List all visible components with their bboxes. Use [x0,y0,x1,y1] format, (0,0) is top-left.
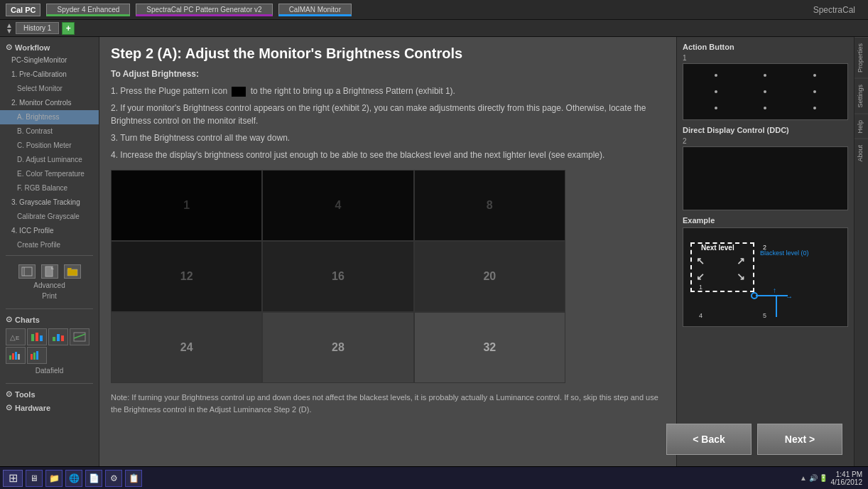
svg-rect-20 [36,351,38,360]
properties-tab[interactable]: Properties [855,37,868,78]
start-button[interactable]: ⊞ [3,470,23,487]
tools-section[interactable]: ⊙ Tools [0,387,99,400]
print-label[interactable]: Print [0,292,99,306]
about-tab[interactable]: About [855,139,868,168]
hardware-section[interactable]: ⊙ Hardware [0,400,99,414]
dot-cell [741,67,790,83]
dot [764,107,766,109]
instruction-1: 1. Press the Pluge pattern icon to the r… [111,85,665,97]
dot-cell [790,67,839,83]
svg-text:△: △ [10,333,16,341]
calman-monitor-btn[interactable]: CalMAN Monitor [278,4,352,16]
app-logo: Cal PC [6,4,40,16]
chart-icon-6[interactable] [27,347,47,364]
brightness-grid: 1 4 8 12 16 20 24 28 32 [111,170,565,383]
sidebar-item-contrast[interactable]: B. Contrast [0,124,99,139]
chart-icon-1[interactable]: △E [6,328,26,345]
sidebar-divider-3 [6,383,93,384]
instruction-4: 4. Increase the display's brightness con… [111,149,665,161]
back-button[interactable]: < Back [666,424,752,455]
sidebar-item-select-monitor[interactable]: Select Monitor [0,82,99,96]
add-tab-btn[interactable]: + [62,22,75,35]
svg-rect-19 [33,353,36,360]
workflow-section: ⊙ Workflow [0,40,99,53]
svg-rect-9 [53,337,55,341]
grid-cell-16: 16 [262,241,413,312]
systray-icons: ▲ 🔊 🔋 [800,474,828,482]
right-panel: Action Button 1 Direct Display Control (… [676,37,854,466]
taskbar: ⊞ 🖥 📁 🌐 📄 ⚙ 📋 ▲ 🔊 🔋 1:41 PM 4/16/2012 [0,466,868,489]
charts-icon-grid: △E [0,326,99,367]
spyder-device-btn[interactable]: Spyder 4 Enhanced [46,4,130,16]
sidebar-item-grayscale-tracking[interactable]: 3. Grayscale Tracking [0,195,99,210]
next-level-label: Next level [701,244,734,252]
sidebar-divider-1 [6,255,93,256]
right-edge-tabs: Properties Settings Help About [854,37,868,466]
sidebar-item-brightness[interactable]: A. Brightness [0,110,99,124]
taskbar-clock: 1:41 PM 4/16/2012 [831,471,866,486]
sidebar-item-calibrate-grayscale[interactable]: Calibrate Grayscale [0,210,99,224]
datafield-label[interactable]: Datafield [0,367,99,380]
systray: ▲ 🔊 🔋 [800,474,828,482]
grid-cell-12: 12 [111,241,262,312]
dot [715,90,717,93]
svg-rect-14 [9,355,11,360]
pattern-generator-btn[interactable]: SpectraCal PC Pattern Generator v2 [136,4,272,16]
sidebar-item-position-meter[interactable]: C. Position Meter [0,139,99,153]
dot [813,90,816,93]
svg-rect-16 [15,352,17,360]
dot-cell [692,100,741,117]
grid-cell-28: 28 [262,312,413,383]
chart-icon-4[interactable] [70,328,89,345]
sidebar-item-create-profile[interactable]: Create Profile [0,238,99,252]
advanced-icon[interactable] [18,264,36,279]
nav-buttons: < Back Next > [683,418,848,461]
taskbar-btn-1[interactable]: 🖥 [26,470,43,487]
sidebar-item-precal[interactable]: 1. Pre-Calibration [0,68,99,82]
sidebar-item-monitor-controls[interactable]: 2. Monitor Controls [0,96,99,110]
history-tab[interactable]: History 1 [16,22,59,34]
sidebar-item-icc-profile[interactable]: 4. ICC Profile [0,224,99,238]
arrow-up-icon: ↑ [773,286,776,294]
svg-text:E: E [16,335,19,341]
example-inner: ↖ ↙ ↗ ↘ Next level 1 2 Blackest level (0… [683,228,847,326]
chart-icon-5[interactable] [6,347,26,364]
next-button[interactable]: Next > [757,424,842,455]
example-box: ↖ ↙ ↗ ↘ Next level 1 2 Blackest level (0… [683,227,848,327]
document-icon[interactable] [41,264,58,279]
svg-rect-10 [57,334,60,341]
dot-cell [790,100,839,117]
hardware-circle-icon: ⊙ [6,403,12,412]
dot-cell [741,83,790,100]
dot-cell [692,83,741,100]
example-n1: 1 [699,284,702,291]
sidebar-item-rgb-balance[interactable]: F. RGB Balance [0,181,99,195]
help-tab[interactable]: Help [855,114,868,139]
folder-icon[interactable] [64,264,81,279]
svg-rect-12 [74,333,85,341]
dot [764,90,766,93]
svg-rect-0 [22,267,32,276]
taskbar-btn-5[interactable]: ⚙ [105,470,122,487]
content-area: Step 2 (A): Adjust the Monitor's Brightn… [99,37,676,466]
svg-rect-17 [18,354,20,360]
chart-icon-3[interactable] [48,328,68,345]
dot-cell [692,67,741,83]
taskbar-btn-2[interactable]: 📁 [45,470,63,487]
settings-tab[interactable]: Settings [855,78,868,114]
sidebar-divider-2 [6,308,93,309]
sidebar-item-adjust-luminance[interactable]: D. Adjust Luminance [0,153,99,167]
taskbar-btn-4[interactable]: 📄 [85,470,102,487]
scroll-arrows[interactable]: ▲▼ [6,23,13,34]
advanced-label: Advanced [0,281,99,292]
taskbar-btn-6[interactable]: 📋 [125,470,142,487]
taskbar-btn-3[interactable]: 🌐 [65,470,82,487]
sidebar-item-pc-single[interactable]: PC-SingleMonitor [0,53,99,68]
note-text: Note: If turning your Brightness control… [111,392,665,415]
ddc-box[interactable] [683,146,848,210]
grid-cell-4: 4 [262,170,413,241]
sidebar-item-color-temp[interactable]: E. Color Temperature [0,167,99,181]
action-button-section: Action Button 1 [683,43,848,120]
dot-cell [741,100,790,117]
chart-icon-2[interactable] [27,328,47,345]
